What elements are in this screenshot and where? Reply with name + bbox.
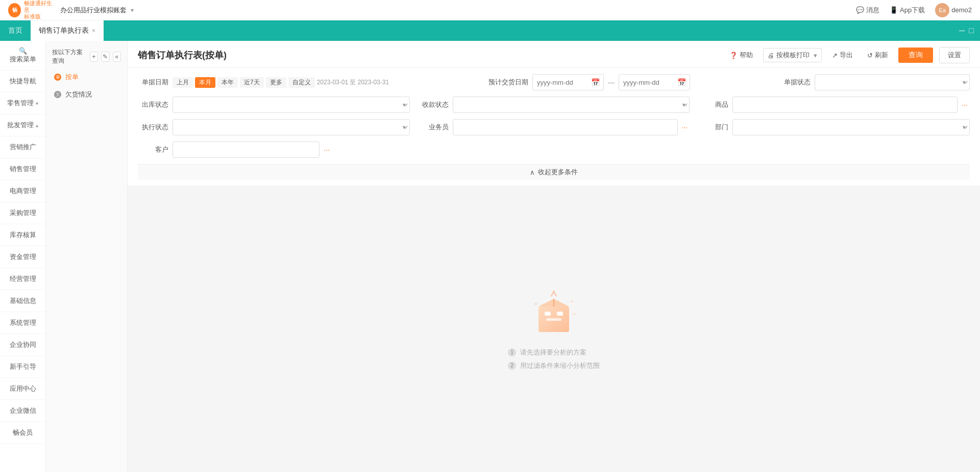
dept-select[interactable] <box>732 119 970 135</box>
customer-ellipsis-button[interactable]: ··· <box>322 146 332 154</box>
svg-point-8 <box>573 313 576 315</box>
sidebar-item-management[interactable]: 经营管理 <box>0 268 45 290</box>
date-tag-prev[interactable]: 上月 <box>173 77 193 88</box>
salesman-input[interactable] <box>453 119 678 135</box>
tip-num-1: 1 <box>508 348 516 357</box>
sidebar-item-retail[interactable]: 零售管理 ▾ <box>0 92 45 114</box>
tip-num-2: 2 <box>508 362 516 370</box>
sidebar-item-wholesale[interactable]: 批发管理 ▴ <box>0 114 45 136</box>
sidebar-item-newcomer[interactable]: 新手引导 <box>0 356 45 378</box>
empty-tip-2: 2 用过滤条件来缩小分析范围 <box>508 361 600 370</box>
goods-label: 商品 <box>698 100 728 109</box>
expected-date-to-wrapper: 📅 <box>619 74 690 90</box>
sidebar-item-search[interactable]: 🔍 搜索菜单 <box>0 41 45 70</box>
date-tag-7days[interactable]: 近7天 <box>240 77 264 88</box>
sidebar-item-ecommerce[interactable]: 电商管理 <box>0 180 45 202</box>
customer-label: 客户 <box>138 145 168 154</box>
sidebar-item-member[interactable]: 畅会员 <box>0 422 45 444</box>
search-button[interactable]: 查询 <box>898 48 933 63</box>
add-scheme-button[interactable]: + <box>90 52 98 62</box>
refresh-button[interactable]: ↺ 刷新 <box>863 49 892 62</box>
scheme-item-by-doc[interactable]: 单 按单 <box>46 68 127 86</box>
refresh-icon: ↺ <box>867 52 873 59</box>
filter-row-2: 出库状态 收款状态 商品 <box>138 97 970 113</box>
expected-date-control: 📅 — 📅 <box>532 74 772 90</box>
top-right-actions: 💬 消息 📱 App下载 Ea demo2 <box>856 3 972 17</box>
out-status-select[interactable] <box>173 97 410 113</box>
scheme-item-shortage[interactable]: 欠 欠货情况 <box>46 86 127 103</box>
message-button[interactable]: 💬 消息 <box>856 6 879 15</box>
export-button[interactable]: ↗ 导出 <box>828 49 857 62</box>
page-title: 销售订单执行表(按单) <box>138 49 227 61</box>
help-button[interactable]: ❓ 帮助 <box>725 49 757 62</box>
goods-ellipsis-button[interactable]: ··· <box>960 101 970 109</box>
tab-close-icon[interactable]: × <box>92 27 95 34</box>
breadcrumb-dropdown-icon[interactable]: ▾ <box>131 7 134 14</box>
date-tag-custom[interactable]: 自定义 <box>288 77 315 88</box>
maximize-icon[interactable]: □ <box>969 26 974 35</box>
scheme-dot-active: 单 <box>54 74 61 81</box>
edit-scheme-button[interactable]: ✎ <box>101 52 109 62</box>
chevron-up-icon: ▴ <box>36 123 38 128</box>
tab-home[interactable]: 首页 <box>0 20 31 41</box>
breadcrumb: 办公用品行业模拟账套 ▾ <box>60 6 850 15</box>
out-status-control <box>173 97 410 113</box>
collapse-filters-button[interactable]: ∧ 收起更多条件 <box>138 164 970 180</box>
sidebar-item-purchase[interactable]: 采购管理 <box>0 202 45 224</box>
date-tag-more[interactable]: 更多 <box>266 77 286 88</box>
tab-window-actions: ─ □ <box>953 26 980 35</box>
salesman-label: 业务员 <box>418 123 449 132</box>
salesman-ellipsis-button[interactable]: ··· <box>680 123 690 131</box>
sidebar-item-marketing[interactable]: 营销推广 <box>0 136 45 158</box>
filter-row-4: 客户 ··· <box>138 141 970 158</box>
calendar-to-icon[interactable]: 📅 <box>677 78 686 86</box>
date-tag-year[interactable]: 本年 <box>217 77 238 88</box>
sidebar-item-wechat[interactable]: 企业微信 <box>0 400 45 422</box>
svg-rect-3 <box>545 312 551 316</box>
collect-status-select[interactable] <box>453 97 690 113</box>
scheme-dot-gray: 欠 <box>54 91 61 98</box>
help-icon: ❓ <box>729 52 738 59</box>
customer-input[interactable] <box>173 141 320 158</box>
sidebar-item-quicknav[interactable]: 快捷导航 <box>0 70 45 92</box>
logo-text: 畅捷通好生意 标准版 <box>24 0 54 20</box>
dept-control <box>732 119 970 135</box>
collapse-panel-button[interactable]: « <box>113 52 121 62</box>
calendar-from-icon[interactable]: 📅 <box>591 78 600 86</box>
sidebar-item-finance[interactable]: 资金管理 <box>0 246 45 268</box>
minimize-icon[interactable]: ─ <box>959 26 965 35</box>
print-button[interactable]: 🖨 按模板打印 ▾ <box>763 48 822 62</box>
page-actions: ❓ 帮助 🖨 按模板打印 ▾ ↗ 导出 ↺ <box>725 47 970 63</box>
sidebar-item-basics[interactable]: 基础信息 <box>0 290 45 312</box>
date-range-text: 2023-03-01 至 2023-03-31 <box>317 78 389 87</box>
date-tag-cur[interactable]: 本月 <box>195 77 215 88</box>
expected-date-range: 📅 — 📅 <box>532 74 772 90</box>
left-panel: 按以下方案查询 + ✎ « 单 按单 欠 欠货情况 <box>46 41 128 472</box>
exec-status-select[interactable] <box>173 119 410 135</box>
filter-row-3: 执行状态 业务员 ··· <box>138 119 970 135</box>
print-icon: 🖨 <box>768 52 774 59</box>
user-menu-button[interactable]: Ea demo2 <box>935 3 972 17</box>
setting-button[interactable]: 设置 <box>939 47 970 63</box>
sidebar-item-collab[interactable]: 企业协同 <box>0 334 45 356</box>
goods-input[interactable] <box>732 97 958 113</box>
svg-rect-5 <box>546 318 561 321</box>
collect-status-control <box>453 97 690 113</box>
sidebar-item-inventory[interactable]: 库存核算 <box>0 224 45 246</box>
right-content: 销售订单执行表(按单) ❓ 帮助 🖨 按模板打印 ▾ ↗ <box>128 41 980 472</box>
filter-goods: 商品 ··· <box>698 97 970 113</box>
goods-control: ··· <box>732 97 970 113</box>
doc-status-select[interactable] <box>815 74 970 90</box>
sidebar-item-system[interactable]: 系统管理 <box>0 312 45 334</box>
left-panel-header: 按以下方案查询 + ✎ « <box>46 45 127 68</box>
dept-label: 部门 <box>698 123 728 132</box>
filter-salesman: 业务员 ··· <box>418 119 690 135</box>
export-icon: ↗ <box>832 52 838 59</box>
exec-status-control <box>173 119 410 135</box>
app-download-button[interactable]: 📱 App下载 <box>890 6 925 15</box>
sidebar-item-apps[interactable]: 应用中心 <box>0 378 45 400</box>
tab-sales-order-exec[interactable]: 销售订单执行表 × <box>31 20 104 41</box>
page-header: 销售订单执行表(按单) ❓ 帮助 🖨 按模板打印 ▾ ↗ <box>128 41 980 68</box>
sidebar-item-sales[interactable]: 销售管理 <box>0 158 45 180</box>
search-icon: 🔍 <box>19 47 27 55</box>
